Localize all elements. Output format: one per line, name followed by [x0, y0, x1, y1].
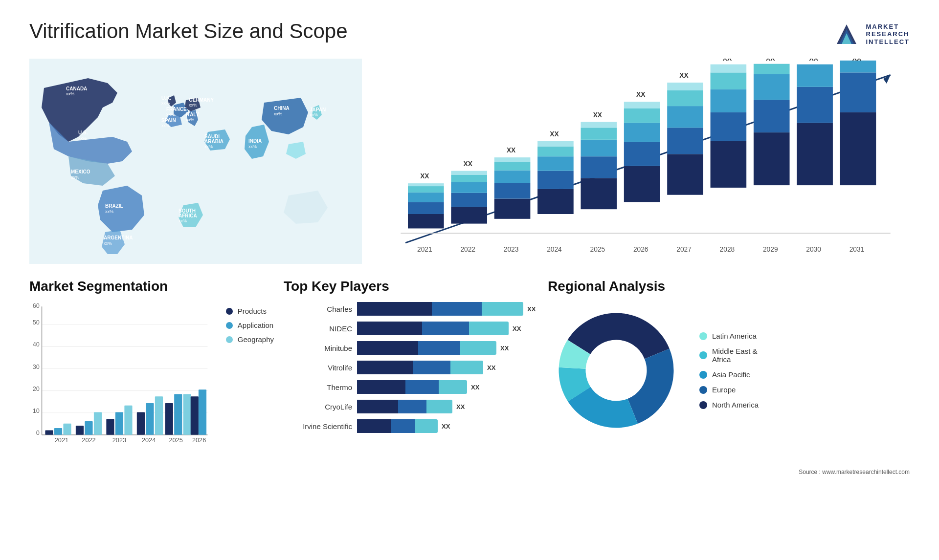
player-xx: XX	[456, 403, 465, 410]
header: Vitrification Market Size and Scope MARK…	[29, 20, 910, 49]
player-bar	[357, 302, 523, 316]
svg-text:30: 30	[33, 363, 40, 370]
svg-text:XX: XX	[636, 91, 646, 98]
player-list: Charles XX NIDEC	[284, 302, 538, 433]
svg-rect-100	[797, 123, 833, 185]
svg-text:2025: 2025	[590, 246, 605, 253]
svg-rect-62	[537, 147, 574, 157]
bar-chart-container: XX 2021 XX 2022 XX	[381, 59, 910, 264]
svg-rect-60	[537, 171, 574, 189]
player-bar	[357, 380, 467, 394]
svg-text:XX: XX	[766, 59, 775, 62]
regional-label-north-america: North America	[712, 401, 759, 409]
donut-container	[548, 302, 685, 439]
player-row-thermo: Thermo XX	[284, 380, 538, 394]
svg-rect-107	[840, 61, 876, 73]
svg-text:xx%: xx%	[161, 123, 170, 128]
svg-rect-128	[63, 424, 71, 435]
svg-text:xx%: xx%	[71, 175, 79, 180]
svg-rect-143	[174, 394, 182, 435]
player-bar-seg3	[460, 341, 496, 355]
svg-text:2027: 2027	[676, 246, 692, 253]
svg-text:2022: 2022	[82, 436, 95, 444]
player-name: NIDEC	[284, 324, 352, 333]
player-bar-seg2	[422, 322, 469, 335]
svg-rect-66	[581, 178, 617, 209]
svg-rect-80	[667, 154, 703, 194]
key-players-title: Top Key Players	[284, 279, 538, 294]
player-bar	[357, 341, 496, 355]
svg-text:xx%: xx%	[248, 144, 257, 149]
svg-text:U.S.: U.S.	[78, 130, 88, 135]
svg-rect-63	[537, 141, 574, 147]
svg-rect-76	[624, 108, 660, 123]
legend-dot-products	[226, 308, 233, 315]
svg-rect-54	[494, 171, 531, 183]
player-bar-seg3	[482, 302, 523, 316]
svg-text:xx%: xx%	[189, 103, 197, 108]
svg-rect-139	[146, 403, 154, 435]
svg-rect-96	[754, 74, 790, 100]
svg-rect-61	[537, 156, 574, 171]
svg-rect-147	[199, 389, 206, 435]
svg-text:2025: 2025	[169, 436, 182, 444]
key-players-panel: Top Key Players Charles XX NIDEC	[274, 279, 548, 462]
player-bar	[357, 400, 452, 413]
player-name: Thermo	[284, 383, 352, 391]
svg-rect-90	[711, 72, 747, 89]
svg-rect-131	[85, 421, 92, 435]
segmentation-title: Market Segmentation	[29, 279, 274, 294]
svg-rect-130	[76, 426, 84, 435]
source-container: Source : www.marketresearchintellect.com	[29, 467, 910, 476]
legend-label-application: Application	[238, 321, 273, 329]
svg-rect-82	[667, 106, 703, 128]
player-bar-seg1	[357, 341, 418, 355]
player-bar-container: XX	[357, 400, 538, 413]
svg-rect-136	[124, 406, 132, 435]
player-xx: XX	[471, 384, 479, 391]
svg-rect-89	[711, 89, 747, 112]
player-name: Minitube	[284, 344, 352, 352]
svg-text:xx%: xx%	[274, 111, 282, 116]
svg-rect-140	[155, 396, 163, 435]
svg-text:2023: 2023	[112, 436, 126, 444]
player-bar	[357, 419, 438, 433]
svg-text:CHINA: CHINA	[274, 106, 290, 111]
player-bar-seg2	[413, 361, 450, 374]
logo-icon	[832, 20, 861, 49]
regional-dot-europe	[699, 386, 707, 394]
player-bar-seg3	[469, 322, 509, 335]
svg-rect-142	[165, 403, 173, 435]
player-name: Charles	[284, 305, 352, 313]
svg-text:FRANCE: FRANCE	[166, 107, 187, 112]
svg-text:2026: 2026	[192, 436, 206, 444]
svg-text:40: 40	[33, 341, 40, 348]
segmentation-chart-svg: 0 10 20 30 40 50 60	[29, 302, 216, 460]
regional-panel: Regional Analysis	[548, 279, 910, 462]
svg-rect-49	[451, 171, 487, 175]
svg-rect-48	[451, 174, 487, 182]
player-bar-container: XX	[357, 322, 538, 335]
player-bar	[357, 361, 483, 374]
svg-rect-81	[667, 128, 703, 154]
player-xx: XX	[527, 305, 536, 313]
regional-label-europe: Europe	[712, 386, 736, 394]
svg-text:xx%: xx%	[166, 112, 175, 117]
svg-rect-105	[840, 112, 876, 185]
svg-text:xx%: xx%	[78, 136, 87, 141]
svg-rect-69	[581, 128, 617, 140]
player-bar-seg1	[357, 322, 422, 335]
legend-item-application: Application	[226, 321, 274, 329]
logo-line3: INTELLECT	[866, 38, 910, 46]
svg-text:MEXICO: MEXICO	[71, 169, 90, 174]
player-name: CryoLife	[284, 403, 352, 411]
svg-text:2026: 2026	[633, 246, 648, 253]
regional-label-mea: Middle East &Africa	[712, 347, 758, 364]
svg-text:INDIA: INDIA	[248, 138, 262, 144]
svg-rect-38	[408, 214, 444, 228]
svg-point-154	[586, 340, 647, 401]
seg-chart-wrapper: 0 10 20 30 40 50 60	[29, 302, 216, 462]
svg-rect-73	[624, 166, 660, 202]
regional-content: Latin America Middle East &Africa Asia P…	[548, 302, 910, 439]
svg-rect-45	[451, 207, 487, 223]
